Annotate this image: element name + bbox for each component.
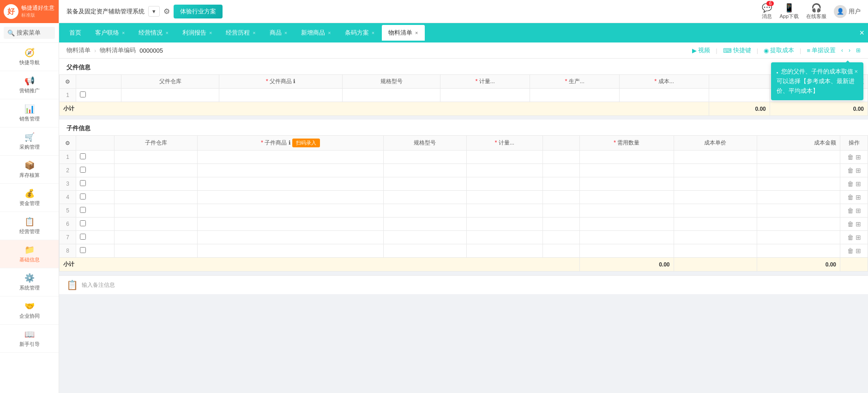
child-row-2-unit[interactable] — [466, 164, 542, 177]
child-row-3-spec[interactable] — [383, 177, 466, 191]
child-row-4-warehouse[interactable] — [115, 191, 198, 204]
child-row-6-qty[interactable] — [579, 218, 674, 231]
nav-tab-barcode[interactable]: 条码方案 × — [338, 25, 381, 41]
nav-tab-profit-report[interactable]: 利润报告 × — [176, 25, 218, 41]
child-row-3-warehouse[interactable] — [115, 177, 198, 191]
child-row-8-warehouse[interactable] — [115, 244, 198, 258]
sidebar-item-operations[interactable]: 📋 经营管理 — [0, 212, 59, 240]
child-row-1-qty[interactable] — [579, 151, 674, 164]
child-row-4-unit[interactable] — [466, 191, 542, 204]
child-row-2-copy-icon[interactable]: ⊞ — [856, 167, 861, 174]
child-row-5-warehouse[interactable] — [115, 204, 198, 218]
sidebar-item-inventory[interactable]: 📦 库存核算 — [0, 156, 59, 184]
child-row-8-qty[interactable] — [579, 244, 674, 258]
tooltip-close-button[interactable]: × — [854, 67, 858, 77]
child-row-8-spec[interactable] — [383, 244, 466, 258]
child-row-4-goods[interactable] — [198, 191, 383, 204]
child-row-1-warehouse[interactable] — [115, 151, 198, 164]
child-row-3-copy-icon[interactable]: ⊞ — [856, 180, 861, 187]
shortcut-button[interactable]: ⌨ 快捷键 — [723, 46, 751, 54]
parent-row-1-goods[interactable] — [219, 89, 343, 102]
grid-view-button[interactable]: ⊞ — [856, 47, 861, 54]
child-row-2-delete-icon[interactable]: 🗑 — [847, 167, 854, 174]
nav-tab-biz-history[interactable]: 经营历程 × — [219, 25, 262, 41]
child-row-2-spec[interactable] — [383, 164, 466, 177]
nav-tab-operations-status-close[interactable]: × — [165, 30, 168, 36]
child-row-5-copy-icon[interactable]: ⊞ — [856, 207, 861, 214]
parent-row-1-unit[interactable] — [440, 89, 530, 102]
nav-prev-button[interactable]: ‹ — [841, 47, 843, 54]
nav-tab-customer-close[interactable]: × — [122, 30, 125, 36]
nav-tab-new-goods-close[interactable]: × — [328, 30, 331, 36]
child-row-4-checkbox[interactable] — [76, 191, 115, 204]
child-row-1-checkbox[interactable] — [76, 151, 115, 164]
sidebar-item-enterprise[interactable]: 🤝 企业协同 — [0, 296, 59, 325]
child-row-6-delete-icon[interactable]: 🗑 — [847, 220, 854, 228]
child-row-1-copy-icon[interactable]: ⊞ — [856, 153, 861, 161]
child-row-8-checkbox[interactable] — [76, 244, 115, 258]
nav-tab-goods-close[interactable]: × — [284, 30, 287, 36]
nav-tab-goods[interactable]: 商品 × — [263, 25, 294, 41]
scan-input-button[interactable]: 扫码录入 — [292, 139, 320, 147]
nav-tab-new-goods[interactable]: 新增商品 × — [295, 25, 337, 41]
view-button[interactable]: ▶ 视频 — [692, 46, 710, 54]
parent-row-1-production[interactable] — [530, 89, 620, 102]
child-row-7-unit-cost[interactable] — [674, 231, 757, 244]
child-row-4-qty[interactable] — [579, 191, 674, 204]
child-row-4-copy-icon[interactable]: ⊞ — [856, 193, 861, 201]
sidebar-item-guide[interactable]: 📖 新手引导 — [0, 325, 59, 353]
child-row-7-qty[interactable] — [579, 231, 674, 244]
child-row-5-qty[interactable] — [579, 204, 674, 218]
child-row-1-delete-icon[interactable]: 🗑 — [847, 153, 854, 161]
child-row-5-unit-cost[interactable] — [674, 204, 757, 218]
child-row-1-unit[interactable] — [466, 151, 542, 164]
parent-col-settings[interactable]: ⚙ — [60, 75, 76, 89]
child-row-1-goods[interactable] — [198, 151, 383, 164]
child-row-5-delete-icon[interactable]: 🗑 — [847, 207, 854, 214]
child-row-3-qty[interactable] — [579, 177, 674, 191]
single-settings-button[interactable]: ≡ 单据设置 — [807, 46, 836, 54]
nav-tab-home[interactable]: 首页 — [63, 25, 88, 41]
child-row-8-goods[interactable] — [198, 244, 383, 258]
child-row-3-unit[interactable] — [466, 177, 542, 191]
child-row-7-copy-icon[interactable]: ⊞ — [856, 234, 861, 241]
extract-cost-button[interactable]: ◉ 提取成本 — [764, 46, 794, 54]
sidebar-item-purchase[interactable]: 🛒 采购管理 — [0, 127, 59, 156]
nav-tab-profit-report-close[interactable]: × — [209, 30, 212, 36]
message-button[interactable]: 💬 6 消息 — [762, 3, 772, 20]
child-row-2-unit-cost[interactable] — [674, 164, 757, 177]
sidebar-item-sales[interactable]: 📊 销售管理 — [0, 99, 59, 127]
trial-button[interactable]: 体验行业方案 — [174, 5, 223, 18]
parent-row-1-cost[interactable] — [620, 89, 709, 102]
sidebar-item-finance[interactable]: 💰 资金管理 — [0, 184, 59, 212]
sidebar-item-marketing[interactable]: 📢 营销推广 — [0, 71, 59, 99]
child-row-6-unit[interactable] — [466, 218, 542, 231]
child-row-7-unit[interactable] — [466, 231, 542, 244]
child-row-7-warehouse[interactable] — [115, 231, 198, 244]
child-row-6-unit-cost[interactable] — [674, 218, 757, 231]
parent-row-1-warehouse[interactable] — [121, 89, 219, 102]
child-row-8-copy-icon[interactable]: ⊞ — [856, 247, 861, 254]
child-row-7-goods[interactable] — [198, 231, 383, 244]
nav-tab-bom-close[interactable]: × — [415, 30, 418, 36]
child-row-5-spec[interactable] — [383, 204, 466, 218]
child-row-3-checkbox[interactable] — [76, 177, 115, 191]
sidebar-item-quick-nav[interactable]: 🧭 快捷导航 — [0, 43, 59, 71]
child-row-6-spec[interactable] — [383, 218, 466, 231]
child-row-5-goods[interactable] — [198, 204, 383, 218]
child-row-3-delete-icon[interactable]: 🗑 — [847, 180, 854, 187]
app-download-button[interactable]: 📱 App下载 — [779, 3, 799, 20]
child-row-1-unit-cost[interactable] — [674, 151, 757, 164]
child-row-2-qty[interactable] — [579, 164, 674, 177]
child-row-2-checkbox[interactable] — [76, 164, 115, 177]
close-all-tabs-button[interactable]: × — [859, 28, 864, 38]
child-row-1-spec[interactable] — [383, 151, 466, 164]
parent-row-1-spec[interactable] — [342, 89, 440, 102]
child-row-2-warehouse[interactable] — [115, 164, 198, 177]
nav-tab-biz-history-close[interactable]: × — [253, 30, 255, 36]
child-row-8-unit-cost[interactable] — [674, 244, 757, 258]
child-row-8-delete-icon[interactable]: 🗑 — [847, 247, 854, 254]
child-row-6-goods[interactable] — [198, 218, 383, 231]
nav-tab-barcode-close[interactable]: × — [372, 30, 374, 36]
search-menu-button[interactable]: 🔍 搜索菜单 — [4, 27, 55, 39]
